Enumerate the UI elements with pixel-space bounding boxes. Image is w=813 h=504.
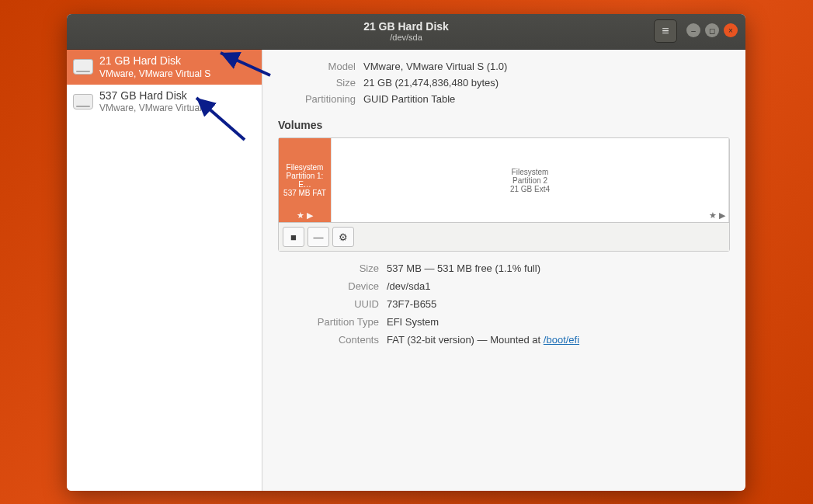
hard-disk-icon bbox=[73, 59, 93, 75]
disk-name: 537 GB Hard Disk bbox=[99, 89, 210, 103]
star-arrow-icon[interactable]: ★ ▶ bbox=[709, 210, 725, 221]
partition-details: Size 537 MB — 531 MB free (1.1% full) De… bbox=[278, 262, 730, 346]
hard-disk-icon bbox=[73, 94, 93, 109]
disks-window: 21 GB Hard Disk /dev/sda ≡ – ◻ × 21 GB H… bbox=[67, 14, 745, 491]
contents-label: Contents bbox=[278, 334, 379, 346]
uuid-value: 73F7-B655 bbox=[387, 298, 730, 310]
main-panel: Model VMware, VMware Virtual S (1.0) Siz… bbox=[262, 50, 745, 491]
disk-name: 21 GB Hard Disk bbox=[99, 54, 210, 68]
device-value: /dev/sda1 bbox=[387, 280, 730, 292]
partition-1[interactable]: Filesystem Partition 1: E… 537 MB FAT ★ … bbox=[279, 138, 332, 222]
disk-sub: VMware, VMware Virtual S bbox=[99, 103, 210, 114]
window-title: 21 GB Hard Disk bbox=[363, 21, 449, 32]
sidebar-disk-0[interactable]: 21 GB Hard Disk VMware, VMware Virtual S bbox=[67, 50, 262, 85]
psize-value: 537 MB — 531 MB free (1.1% full) bbox=[387, 262, 730, 274]
titlebar: 21 GB Hard Disk /dev/sda ≡ – ◻ × bbox=[67, 14, 745, 50]
volumes-heading: Volumes bbox=[278, 119, 730, 131]
close-button[interactable]: × bbox=[724, 23, 738, 37]
disk-info: Model VMware, VMware Virtual S (1.0) Siz… bbox=[278, 61, 730, 105]
hamburger-menu-button[interactable]: ≡ bbox=[654, 19, 677, 43]
uuid-label: UUID bbox=[278, 298, 379, 310]
volumes-box: Filesystem Partition 1: E… 537 MB FAT ★ … bbox=[278, 137, 730, 252]
ptype-label: Partition Type bbox=[278, 316, 379, 328]
star-arrow-icon[interactable]: ★ ▶ bbox=[279, 210, 331, 221]
gear-button[interactable]: ⚙ bbox=[332, 227, 354, 247]
model-label: Model bbox=[278, 61, 356, 72]
sidebar-disk-1[interactable]: 537 GB Hard Disk VMware, VMware Virtual … bbox=[67, 85, 262, 120]
maximize-button[interactable]: ◻ bbox=[705, 23, 719, 37]
window-subtitle: /dev/sda bbox=[390, 32, 422, 43]
device-label: Device bbox=[278, 280, 379, 292]
window-body: 21 GB Hard Disk VMware, VMware Virtual S… bbox=[67, 50, 745, 491]
sidebar: 21 GB Hard Disk VMware, VMware Virtual S… bbox=[67, 50, 262, 491]
window-controls: – ◻ × bbox=[686, 23, 738, 37]
volume-toolbar: ■ — ⚙ bbox=[279, 222, 729, 251]
ptype-value: EFI System bbox=[387, 316, 730, 328]
delete-partition-button[interactable]: — bbox=[307, 227, 329, 247]
partitioning-value: GUID Partition Table bbox=[363, 93, 730, 105]
model-value: VMware, VMware Virtual S (1.0) bbox=[363, 61, 730, 72]
minimize-button[interactable]: – bbox=[686, 23, 700, 37]
contents-value: FAT (32-bit version) — Mounted at /boot/… bbox=[387, 334, 730, 346]
volumes-bar: Filesystem Partition 1: E… 537 MB FAT ★ … bbox=[279, 138, 729, 222]
size-value: 21 GB (21,474,836,480 bytes) bbox=[363, 77, 730, 89]
disk-sub: VMware, VMware Virtual S bbox=[99, 68, 210, 80]
stop-button[interactable]: ■ bbox=[283, 227, 304, 247]
partition-2[interactable]: Filesystem Partition 2 21 GB Ext4 ★ ▶ bbox=[332, 138, 729, 222]
size-label: Size bbox=[278, 77, 356, 89]
partitioning-label: Partitioning bbox=[278, 93, 356, 105]
psize-label: Size bbox=[278, 262, 379, 274]
mount-link[interactable]: /boot/efi bbox=[544, 334, 579, 346]
